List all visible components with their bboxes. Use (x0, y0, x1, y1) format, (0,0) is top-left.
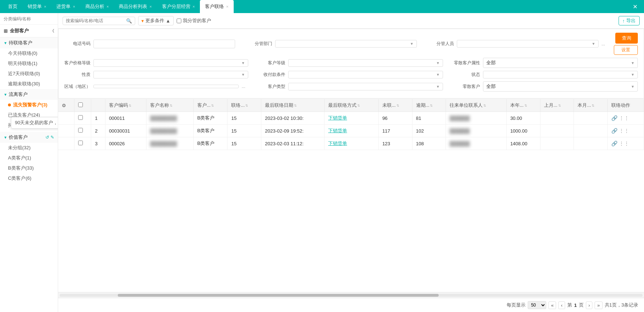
col-unit-contact[interactable]: 往来单位联系人⇅ (446, 99, 507, 112)
grid-icon: ⊞ (4, 28, 8, 34)
tab-customer-contact[interactable]: 客户联络 × (200, 0, 233, 13)
col-code[interactable]: 客户编码⇅ (105, 99, 146, 112)
filter-customer-type-select[interactable]: ▼ (288, 83, 443, 90)
cell-last-contact-method[interactable]: 下销货单 (324, 137, 378, 150)
col-this-month[interactable]: 本月...⇅ (574, 99, 608, 112)
cell-checkbox[interactable] (74, 112, 91, 125)
sidebar: 🔍 ⊞ 全部客户 《 ▼ 待联络客户 今天待联络(0) 明天待联络(1) 近7天… (0, 13, 58, 312)
cell-customer-type: B类客户 (193, 125, 228, 137)
action-link-icon[interactable]: 🔗 (611, 141, 617, 146)
sidebar-group-value[interactable]: ▼ 价值客户 ↺ ✎ (0, 132, 58, 143)
filter-region: 区域（地区） ... (64, 84, 248, 90)
col-customer-type[interactable]: 客户...⇅ (193, 99, 228, 112)
select-all-checkbox[interactable] (78, 102, 83, 107)
setting-btn[interactable]: 设置 (614, 45, 638, 55)
tab-customer-segment-close[interactable]: × (193, 4, 195, 9)
my-customers-checkbox[interactable]: 我分管的客户 (177, 17, 211, 24)
cell-checkbox[interactable] (74, 137, 91, 150)
row-checkbox[interactable] (78, 128, 83, 133)
horizontal-scrollbar[interactable] (58, 292, 644, 298)
filter-retail-attr: 零散客户属性 全部▼ (454, 58, 638, 68)
filter-nature-select[interactable]: ▼ (93, 71, 248, 78)
filter-person-select[interactable]: ▼ (457, 40, 599, 48)
col-contact[interactable]: 联络...⇅ (228, 99, 261, 112)
tab-home[interactable]: 首页 (3, 0, 23, 13)
tab-customer-contact-close[interactable]: × (226, 4, 228, 9)
tab-sales[interactable]: 销货单 × (23, 0, 51, 13)
filter-region-more[interactable]: ... (239, 84, 248, 89)
toolbar-search-icon[interactable]: 🔍 (126, 18, 132, 24)
col-this-year[interactable]: 本年...⇅ (506, 99, 540, 112)
col-last-contact-method[interactable]: 最后联络方式⇅ (324, 99, 378, 112)
cell-overdue: 81 (412, 112, 446, 125)
tab-product-list-close[interactable]: × (149, 4, 152, 9)
filter-region-select[interactable] (93, 85, 239, 88)
export-btn[interactable]: ↑ 导出 (619, 16, 640, 25)
action-link-icon[interactable]: 🔗 (611, 115, 617, 121)
cell-code: 00030031 (105, 125, 146, 137)
filter-status-select[interactable]: ▼ (483, 71, 638, 78)
col-settings[interactable]: ⚙ (58, 99, 74, 112)
row-checkbox[interactable] (78, 115, 83, 120)
action-link-icon[interactable]: 🔗 (611, 128, 617, 134)
sidebar-item-tomorrow-pending[interactable]: 明天待联络(1) (0, 58, 58, 69)
col-overdue[interactable]: 逾期...⇅ (412, 99, 446, 112)
sidebar-search-input[interactable] (4, 16, 58, 21)
sidebar-item-a-class[interactable]: A类客户(1) (0, 153, 58, 163)
row-checkbox[interactable] (78, 141, 83, 145)
sidebar-group-pending-contact[interactable]: ▼ 待联络客户 (0, 37, 58, 48)
sidebar-item-today-pending[interactable]: 今天待联络(0) (0, 48, 58, 58)
col-name[interactable]: 客户名称⇅ (146, 99, 193, 112)
close-all-btn[interactable]: ✕ (629, 3, 641, 10)
filter-more-btn[interactable]: ... (599, 41, 608, 46)
last-page-btn[interactable]: » (595, 301, 602, 309)
first-page-btn[interactable]: « (548, 301, 556, 309)
scrollbar-track[interactable] (60, 294, 643, 297)
refresh-icon[interactable]: ↺ (45, 135, 49, 140)
sidebar-item-ungrouped[interactable]: 未分组(32) (0, 143, 58, 153)
tab-sales-close[interactable]: × (44, 4, 46, 9)
prev-page-btn[interactable]: ‹ (558, 301, 565, 309)
cell-last-contact-method[interactable]: 下销货单 (324, 112, 378, 125)
action-menu-icon[interactable]: ⋮⋮ (619, 115, 629, 121)
tab-product-analysis-close[interactable]: × (106, 4, 109, 9)
filter-retail-attr-select[interactable]: 全部▼ (483, 58, 638, 68)
filter-phone-input[interactable] (93, 40, 235, 48)
col-uncontacted[interactable]: 未联...⇅ (378, 99, 412, 112)
sidebar-all-customers[interactable]: ⊞ 全部客户 《 (0, 25, 58, 37)
next-page-btn[interactable]: › (586, 301, 592, 309)
tab-purchase[interactable]: 进货单 × (51, 0, 80, 13)
toolbar-search-box: 🔍 (63, 17, 135, 25)
tab-product-analysis[interactable]: 商品分析 × (80, 0, 114, 13)
tab-product-list[interactable]: 商品分析列表 × (114, 0, 157, 13)
cell-checkbox[interactable] (74, 125, 91, 137)
per-page-select[interactable]: 50 100 200 (528, 301, 546, 309)
tab-customer-segment[interactable]: 客户分层经营 × (157, 0, 200, 13)
toolbar-search-input[interactable] (66, 18, 126, 23)
edit-icon[interactable]: ✎ (51, 135, 54, 140)
query-btn[interactable]: 查询 (615, 33, 638, 44)
sidebar-item-7days-pending[interactable]: 近7天待联络(0) (0, 69, 58, 79)
col-last-month[interactable]: 上月...⇅ (540, 99, 574, 112)
filter-customer-type-label: 客户类型 (259, 84, 288, 90)
filter-dept-select[interactable]: ▼ (275, 40, 417, 48)
filter-payment-select[interactable]: ▼ (288, 71, 443, 78)
more-conditions-btn[interactable]: ▾ 更多条件 ▲ (138, 16, 174, 25)
my-customers-check[interactable] (177, 19, 181, 23)
scrollbar-thumb[interactable] (118, 294, 438, 297)
filter-price-grade-select[interactable]: ▼ (93, 59, 248, 67)
col-last-contact-date[interactable]: 最后联络日期⇅ (261, 99, 325, 112)
action-menu-icon[interactable]: ⋮⋮ (619, 128, 629, 134)
collapse-icon[interactable]: 《 (50, 28, 54, 34)
cell-last-contact-method[interactable]: 下销货单 (324, 125, 378, 137)
action-menu-icon[interactable]: ⋮⋮ (619, 141, 629, 146)
filter-retail-customer-select[interactable]: 全部▼ (483, 81, 638, 92)
tab-purchase-close[interactable]: × (73, 4, 75, 9)
sidebar-item-churn-warning[interactable]: 流失预警客户(3) (0, 100, 58, 110)
sidebar-item-b-class[interactable]: B类客户(33) (0, 163, 58, 173)
sidebar-item-c-class[interactable]: C类客户(6) (0, 173, 58, 183)
filter-customer-grade-select[interactable]: ▼ (288, 59, 443, 67)
sidebar-group-churn[interactable]: ▼ 流离客户 (0, 89, 58, 100)
sidebar-item-overdue-pending[interactable]: 逾期未联络(30) (0, 79, 58, 89)
top-nav: 首页 销货单 × 进货单 × 商品分析 × 商品分析列表 × 客户分层经营 × … (0, 0, 644, 13)
